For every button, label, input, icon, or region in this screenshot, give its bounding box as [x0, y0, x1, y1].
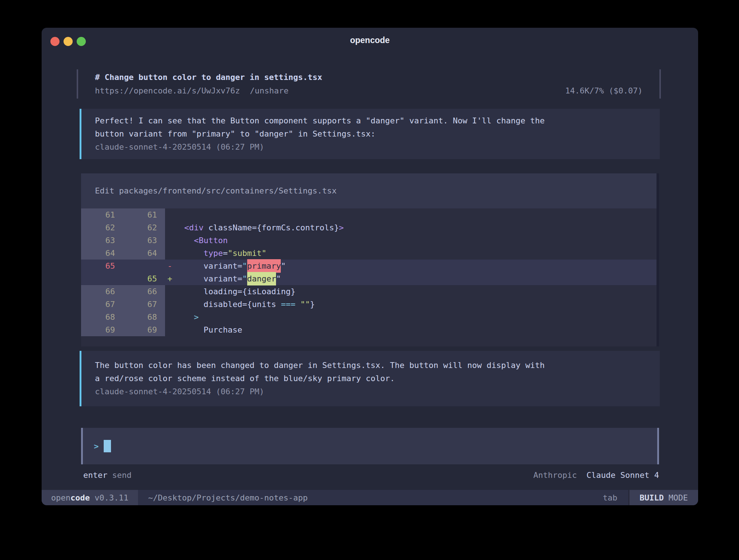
prompt-symbol: >: [94, 442, 99, 451]
app-version: v0.3.11: [95, 493, 129, 502]
session-title: # Change button color to danger in setti…: [95, 70, 643, 84]
message-text: The button color has been changed to dan…: [95, 359, 645, 385]
window-title: opencode: [42, 28, 698, 53]
prompt-input[interactable]: >: [81, 428, 659, 464]
mode-segment[interactable]: BUILD MODE: [628, 490, 698, 505]
diff-rows: 61616262 <div className={formCs.controls…: [81, 208, 659, 336]
app-window: opencode # Change button color to danger…: [42, 28, 698, 505]
token-usage: 14.6K/7% ($0.07): [565, 84, 643, 97]
enter-key-hint: enter: [83, 469, 107, 482]
edit-tool-card: Editpackages/frontend/src/containers/Set…: [81, 173, 659, 346]
mode-label: MODE: [669, 493, 688, 502]
diff-row: 6767 disabled={units === ""}: [81, 298, 659, 311]
session-meta-row: https://opencode.ai/s/UwJxv76z /unshare …: [95, 84, 643, 97]
app-name-bold: code: [70, 493, 90, 502]
scrollbar-track[interactable]: [656, 173, 659, 346]
diff-row: 65+ variant="danger": [81, 272, 659, 285]
close-window-button[interactable]: [50, 37, 60, 46]
share-url[interactable]: https://opencode.ai/s/UwJxv76z: [95, 84, 240, 97]
diff-row: 6969 Purchase: [81, 323, 659, 336]
zoom-window-button[interactable]: [77, 37, 86, 46]
edit-title: Editpackages/frontend/src/containers/Set…: [81, 173, 659, 197]
minimize-window-button[interactable]: [64, 37, 73, 46]
diff-row: 6868 >: [81, 311, 659, 323]
provider-name: Anthropic: [533, 471, 577, 480]
diff-row: 6666 loading={isLoading}: [81, 285, 659, 298]
working-directory: ~/Desktop/Projects/demo-notes-app: [148, 493, 308, 502]
unshare-command[interactable]: /unshare: [250, 84, 288, 97]
message-model-meta: claude-sonnet-4-20250514 (06:27 PM): [95, 141, 645, 154]
model-name: Claude Sonnet 4: [586, 471, 659, 480]
assistant-message: The button color has been changed to dan…: [80, 351, 660, 406]
hints-row: enter send Anthropic Claude Sonnet 4: [83, 469, 659, 482]
diff-row: 6464 type="submit": [81, 247, 659, 260]
app-version-segment: opencode v0.3.11: [42, 490, 138, 505]
message-model-meta: claude-sonnet-4-20250514 (06:27 PM): [95, 385, 645, 398]
title-bar: opencode: [42, 28, 698, 51]
status-bar: opencode v0.3.11 ~/Desktop/Projects/demo…: [42, 490, 698, 505]
session-header: # Change button color to danger in setti…: [77, 69, 661, 99]
model-info: Anthropic Claude Sonnet 4: [533, 469, 659, 482]
message-text: Perfect! I can see that the Button compo…: [95, 114, 645, 141]
text-cursor: [104, 440, 111, 452]
send-action-hint: send: [112, 469, 131, 482]
mode-name: BUILD: [640, 493, 664, 502]
diff-row: 6363 <Button: [81, 234, 659, 247]
edit-action-label: Edit: [95, 186, 114, 195]
diff-row: 6161: [81, 208, 659, 221]
app-name-normal: open: [51, 493, 70, 502]
diff-view: 61616262 <div className={formCs.controls…: [81, 208, 659, 346]
assistant-message: Perfect! I can see that the Button compo…: [80, 109, 660, 159]
diff-row: 65- variant="primary": [81, 260, 659, 272]
edit-file-path: packages/frontend/src/containers/Setting…: [119, 186, 337, 195]
diff-row: 6262 <div className={formCs.controls}>: [81, 221, 659, 234]
tab-key-hint[interactable]: tab: [603, 493, 617, 502]
traffic-lights: [50, 37, 86, 46]
